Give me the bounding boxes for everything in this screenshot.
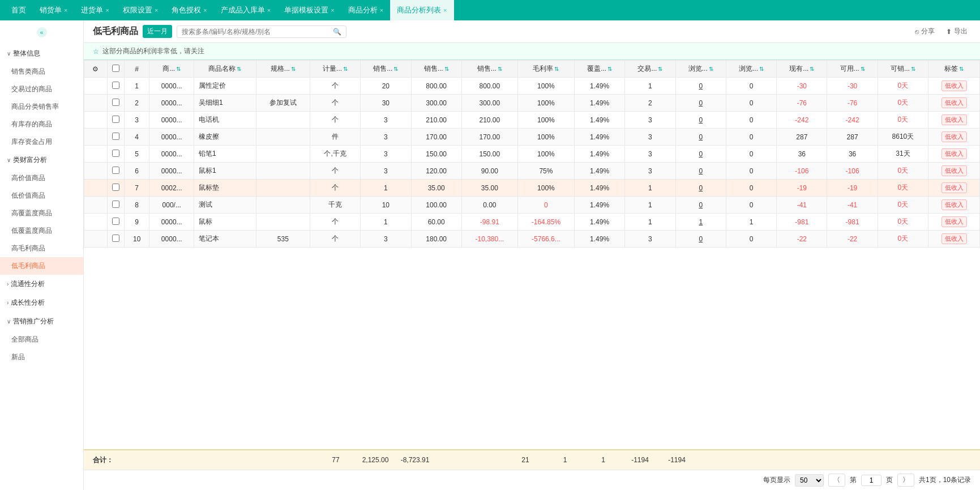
sidebar-item-high-value[interactable]: 高价值商品 (0, 169, 83, 187)
row-checkbox[interactable] (112, 116, 119, 123)
col-sales-price[interactable]: 销售...⇅ (411, 61, 461, 78)
cell-browse1[interactable]: 0 (675, 231, 726, 248)
col-sales-profit[interactable]: 销售...⇅ (461, 61, 517, 78)
cell-checkbox[interactable] (107, 129, 124, 146)
sidebar-item-all-products[interactable]: 全部商品 (0, 331, 83, 348)
sidebar-item-sales-products[interactable]: 销售类商品 (0, 63, 83, 80)
date-filter-btn[interactable]: 近一月 (143, 25, 172, 38)
row-checkbox[interactable] (112, 150, 119, 157)
row-checkbox[interactable] (112, 82, 119, 89)
search-icon[interactable]: 🔍 (333, 28, 341, 36)
col-settings[interactable]: ⚙ (84, 61, 108, 78)
per-page-select[interactable]: 50 20 100 (795, 474, 824, 487)
cell-browse1[interactable]: 0 (675, 163, 726, 180)
page-number-input[interactable] (861, 475, 881, 486)
sidebar-group-overview[interactable]: ∨ 整体信息 (0, 44, 83, 63)
close-icon[interactable]: × (443, 7, 447, 14)
nav-item-sales[interactable]: 销货单 × (33, 0, 74, 20)
close-icon[interactable]: × (64, 7, 67, 14)
nav-item-analysis-list[interactable]: 商品分析列表 × (390, 0, 453, 20)
nav-item-products[interactable]: 产成品入库单 × (214, 0, 277, 20)
sidebar-item-high-coverage[interactable]: 高覆盖度商品 (0, 204, 83, 222)
sidebar-collapse-btn[interactable]: « (37, 27, 47, 37)
cell-browse2: 0 (726, 231, 776, 248)
nav-item-permission[interactable]: 权限设置 × (116, 0, 165, 20)
col-tag[interactable]: 标签⇅ (928, 61, 980, 78)
row-checkbox[interactable] (112, 235, 119, 242)
col-coverage[interactable]: 覆盖...⇅ (574, 61, 624, 78)
cell-coverage: 1.49% (574, 163, 624, 180)
col-spec[interactable]: 规格...⇅ (256, 61, 310, 78)
sidebar-group-flow[interactable]: › 流通性分析 (0, 275, 83, 293)
nav-item-home[interactable]: 首页 (5, 0, 33, 20)
row-checkbox[interactable] (112, 167, 119, 174)
sidebar-item-high-profit[interactable]: 高毛利商品 (0, 240, 83, 257)
select-all-checkbox[interactable] (112, 65, 119, 72)
col-browse1[interactable]: 浏览...⇅ (675, 61, 726, 78)
col-current[interactable]: 现有...⇅ (777, 61, 827, 78)
cell-checkbox[interactable] (107, 231, 124, 248)
cell-name: 笔记本 (194, 231, 256, 248)
row-checkbox[interactable] (112, 201, 119, 208)
nav-item-analysis[interactable]: 商品分析 × (341, 0, 390, 20)
cell-checkbox[interactable] (107, 214, 124, 231)
sidebar-item-category-rate[interactable]: 商品分类销售率 (0, 98, 83, 116)
nav-item-template[interactable]: 单据模板设置 × (277, 0, 341, 20)
cell-browse1[interactable]: 0 (675, 180, 726, 197)
col-sellable[interactable]: 可销...⇅ (878, 61, 928, 78)
cell-code: 0000... (149, 95, 194, 112)
close-icon[interactable]: × (155, 7, 158, 14)
row-checkbox[interactable] (112, 99, 119, 106)
sidebar-group-growth[interactable]: › 成长性分析 (0, 293, 83, 312)
col-browse2[interactable]: 浏览...⇅ (726, 61, 776, 78)
share-btn[interactable]: ⎋ 分享 (911, 25, 938, 38)
row-checkbox[interactable] (112, 133, 119, 140)
cell-checkbox[interactable] (107, 180, 124, 197)
sidebar-item-in-stock[interactable]: 有库存的商品 (0, 116, 83, 133)
sidebar-group-wealth[interactable]: ∨ 类财富分析 (0, 151, 83, 169)
col-code[interactable]: 商...⇅ (149, 61, 194, 78)
sidebar-item-low-value[interactable]: 低价值商品 (0, 187, 83, 204)
cell-browse1[interactable]: 0 (675, 146, 726, 163)
cell-checkbox[interactable] (107, 163, 124, 180)
cell-checkbox[interactable] (107, 197, 124, 214)
col-available[interactable]: 可用...⇅ (827, 61, 878, 78)
col-name[interactable]: 商品名称⇅ (194, 61, 256, 78)
sidebar-item-low-profit[interactable]: 低毛利商品 (0, 257, 83, 275)
cell-browse1[interactable]: 0 (675, 95, 726, 112)
col-trade[interactable]: 交易...⇅ (625, 61, 675, 78)
sidebar-item-traded[interactable]: 交易过的商品 (0, 80, 83, 98)
nav-item-purchase[interactable]: 进货单 × (74, 0, 115, 20)
search-input[interactable] (182, 28, 333, 36)
sidebar-item-inventory-fund[interactable]: 库存资金占用 (0, 133, 83, 151)
sidebar-item-low-coverage[interactable]: 低覆盖度商品 (0, 222, 83, 240)
cell-checkbox[interactable] (107, 95, 124, 112)
prev-page-btn[interactable]: 〈 (828, 474, 845, 487)
cell-checkbox[interactable] (107, 146, 124, 163)
col-unit[interactable]: 计量...⇅ (310, 61, 360, 78)
cell-browse1[interactable]: 0 (675, 78, 726, 95)
close-icon[interactable]: × (105, 7, 109, 14)
row-checkbox[interactable] (112, 184, 119, 191)
sidebar-item-new-products[interactable]: 新品 (0, 348, 83, 366)
close-icon[interactable]: × (267, 7, 271, 14)
row-checkbox[interactable] (112, 218, 119, 225)
cell-checkbox[interactable] (107, 78, 124, 95)
cell-browse1[interactable]: 0 (675, 197, 726, 214)
nav-item-role[interactable]: 角色授权 × (165, 0, 213, 20)
col-sales-qty[interactable]: 销售...⇅ (361, 61, 411, 78)
cell-checkbox[interactable] (107, 112, 124, 129)
close-icon[interactable]: × (203, 7, 207, 14)
cell-browse1[interactable]: 1 (675, 214, 726, 231)
cell-gross-rate: 0 (517, 197, 574, 214)
next-page-btn[interactable]: 〉 (897, 474, 914, 487)
total-info: 共1页，10条记录 (919, 475, 971, 485)
export-btn[interactable]: ⬆ 导出 (943, 25, 971, 38)
close-icon[interactable]: × (380, 7, 383, 14)
cell-coverage: 1.49% (574, 214, 624, 231)
col-gross-rate[interactable]: 毛利率⇅ (517, 61, 574, 78)
close-icon[interactable]: × (331, 7, 334, 14)
cell-browse1[interactable]: 0 (675, 112, 726, 129)
cell-browse1[interactable]: 0 (675, 129, 726, 146)
sidebar-group-marketing[interactable]: ∨ 营销推广分析 (0, 312, 83, 331)
